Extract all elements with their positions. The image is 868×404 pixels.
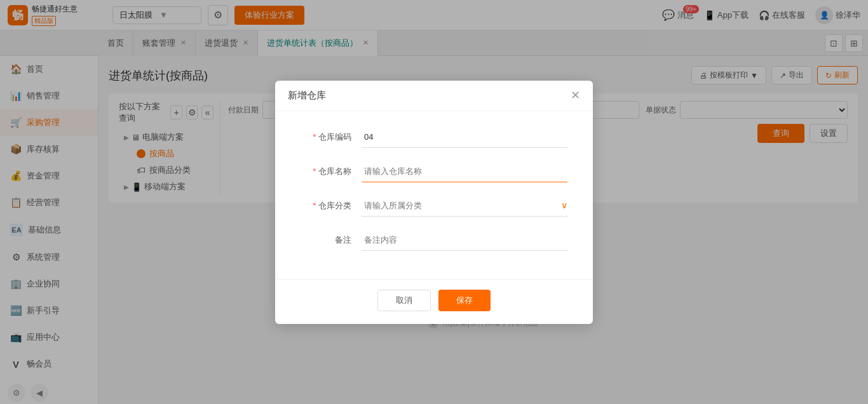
code-form-row: 仓库编码 [301, 126, 567, 148]
modal-body: 仓库编码 仓库名称 仓库分类 ∨ 备注 [275, 111, 593, 279]
code-label: 仓库编码 [301, 131, 351, 143]
cancel-button[interactable]: 取消 [377, 290, 431, 311]
note-label: 备注 [301, 234, 351, 246]
note-form-row: 备注 [301, 229, 567, 251]
note-input[interactable] [362, 229, 567, 251]
code-input[interactable] [362, 126, 567, 148]
name-form-row: 仓库名称 [301, 161, 567, 182]
modal-footer: 取消 保存 [275, 279, 593, 324]
name-label: 仓库名称 [301, 166, 351, 177]
category-dropdown-arrow[interactable]: ∨ [561, 200, 567, 210]
modal-header: 新增仓库 ✕ [275, 81, 593, 111]
category-form-row: 仓库分类 ∨ [301, 195, 567, 217]
modal-close-button[interactable]: ✕ [571, 90, 580, 101]
save-button[interactable]: 保存 [438, 290, 491, 311]
add-warehouse-modal: 新增仓库 ✕ 仓库编码 仓库名称 仓库分类 ∨ [275, 81, 593, 324]
category-select-wrapper: ∨ [362, 195, 567, 217]
category-input[interactable] [362, 201, 561, 210]
name-input[interactable] [362, 161, 567, 182]
category-label: 仓库分类 [301, 200, 351, 212]
modal-title: 新增仓库 [288, 90, 326, 102]
modal-overlay: 新增仓库 ✕ 仓库编码 仓库名称 仓库分类 ∨ [0, 0, 868, 404]
